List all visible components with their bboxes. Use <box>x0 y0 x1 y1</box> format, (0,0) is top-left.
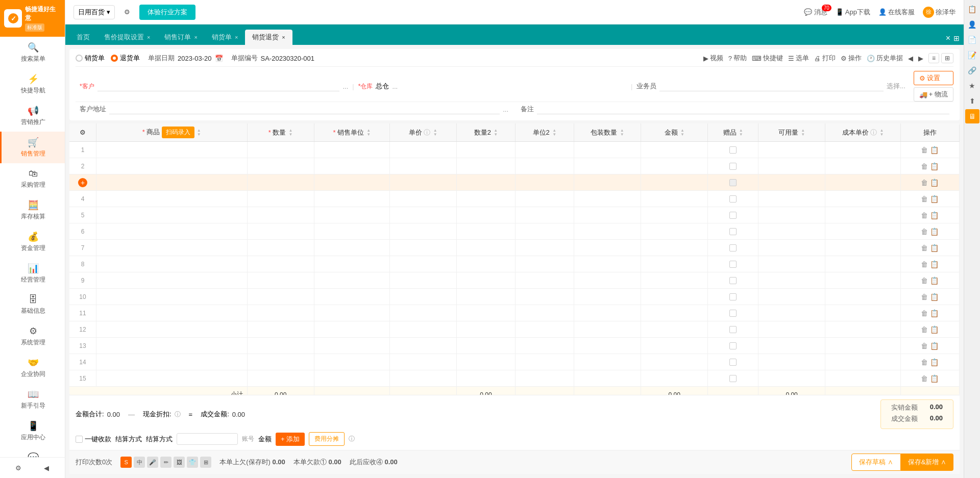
rp-icon-4[interactable]: 📝 <box>965 48 979 62</box>
rp-icon-6[interactable]: ★ <box>965 79 979 93</box>
gift-checkbox[interactable] <box>729 342 737 349</box>
nav-next-icon[interactable]: ▶ <box>918 55 923 62</box>
product-cell[interactable] <box>96 158 248 174</box>
delete-icon[interactable]: 🗑 <box>921 228 928 236</box>
footer-icon-zh[interactable]: 中 <box>134 457 145 468</box>
company-selector[interactable]: 日用百货 ▾ <box>74 5 115 19</box>
qty-cell[interactable] <box>247 142 314 158</box>
product-input-cell[interactable] <box>96 174 248 191</box>
copy-icon[interactable]: 📋 <box>930 342 939 350</box>
pkg-cell[interactable] <box>574 142 641 158</box>
cta-button[interactable]: 体验行业方案 <box>139 5 195 20</box>
rp-icon-3[interactable]: 📄 <box>965 33 979 47</box>
sidebar-item-system[interactable]: ⚙ 系统管理 <box>0 320 65 352</box>
delete-icon[interactable]: 🗑 <box>921 195 928 203</box>
gift-checkbox[interactable] <box>729 310 737 317</box>
avail-cell[interactable] <box>758 142 825 158</box>
shortcut-btn[interactable]: ⌨ 快捷键 <box>752 54 783 63</box>
sidebar-item-marketing[interactable]: 📢 营销推广 <box>0 100 65 132</box>
add-row-button[interactable]: + <box>78 178 87 187</box>
gift-checkbox[interactable] <box>729 212 737 219</box>
sidebar-item-basic[interactable]: 🗄 基础信息 <box>0 289 65 320</box>
delete-icon[interactable]: 🗑 <box>921 260 928 268</box>
one-click-cb[interactable] <box>76 436 83 443</box>
rp-icon-5[interactable]: 🔗 <box>965 63 979 78</box>
gift-checkbox[interactable] <box>729 375 737 382</box>
amount-cell[interactable] <box>641 174 708 191</box>
delete-icon[interactable]: 🗑 <box>921 276 928 285</box>
gift-checkbox[interactable] <box>729 277 737 284</box>
product-cell[interactable] <box>96 207 248 223</box>
delete-icon[interactable]: 🗑 <box>921 162 928 170</box>
delete-icon[interactable]: 🗑 <box>921 309 928 317</box>
tab-sale-return[interactable]: 销货退货 × <box>245 30 292 45</box>
delete-icon[interactable]: 🗑 <box>921 211 928 219</box>
product-input[interactable] <box>99 179 245 186</box>
gift-checkbox[interactable] <box>729 261 737 268</box>
copy-icon[interactable]: 📋 <box>930 293 939 301</box>
price-cell[interactable] <box>389 158 456 174</box>
delete-icon[interactable]: 🗑 <box>921 146 928 154</box>
gift-checkbox[interactable] <box>729 179 737 186</box>
tab-close-all-icon[interactable]: × <box>946 34 950 43</box>
avail-cell[interactable] <box>758 174 825 191</box>
amount-cell[interactable] <box>641 158 708 174</box>
unit2-cell[interactable] <box>515 142 574 158</box>
sidebar-item-search[interactable]: 🔍 搜索菜单 <box>0 37 65 68</box>
sidebar-item-apps[interactable]: 📱 应用中心 <box>0 415 65 447</box>
gift-cell[interactable] <box>708 158 758 174</box>
copy-icon[interactable]: 📋 <box>930 162 939 170</box>
price-cell[interactable] <box>389 174 456 191</box>
logistics-btn[interactable]: 🚚 + 物流 <box>914 87 953 102</box>
gift-checkbox[interactable] <box>729 195 737 203</box>
settings-bottom-icon[interactable]: ⚙ <box>12 462 24 474</box>
qty-cell[interactable] <box>247 174 314 191</box>
select-btn[interactable]: ☰ 选单 <box>788 54 809 63</box>
price-cell[interactable] <box>389 142 456 158</box>
tab-sale-price[interactable]: 售价提取设置 × <box>97 30 157 45</box>
online-service-button[interactable]: 👤 在线客服 <box>878 8 915 17</box>
address-dots[interactable]: ... <box>503 106 508 113</box>
copy-icon[interactable]: 📋 <box>930 325 939 334</box>
sidebar-item-finance[interactable]: 💰 资金管理 <box>0 226 65 258</box>
user-profile[interactable]: 徐 徐泽华 <box>923 7 955 18</box>
qty2-cell[interactable] <box>456 158 515 174</box>
add-button[interactable]: + 添加 <box>276 433 305 446</box>
radio-sale[interactable]: 销货单 <box>76 54 105 63</box>
gift-checkbox[interactable] <box>729 293 737 300</box>
table-scroll[interactable]: ⚙ * 商品 扫码录入 ▲▼ * 数量 ▲▼ <box>69 123 960 395</box>
staff-input[interactable] <box>659 81 883 91</box>
account-input[interactable] <box>177 433 238 445</box>
scan-button[interactable]: 扫码录入 <box>162 127 194 138</box>
video-btn[interactable]: ▶ 视频 <box>703 54 723 63</box>
cost-cell[interactable] <box>825 142 901 158</box>
gift-checkbox[interactable] <box>729 163 737 170</box>
sidebar-item-purchase[interactable]: 🛍 采购管理 <box>0 163 65 194</box>
footer-icon-mic[interactable]: 🎤 <box>147 457 158 468</box>
warehouse-dots[interactable]: ... <box>392 83 398 90</box>
delete-icon[interactable]: 🗑 <box>921 179 928 187</box>
view-list-btn[interactable]: ≡ <box>928 53 939 63</box>
view-grid-btn[interactable]: ⊞ <box>941 53 953 63</box>
gift-checkbox[interactable] <box>729 146 737 154</box>
copy-icon[interactable]: 📋 <box>930 276 939 285</box>
customer-dots[interactable]: ... <box>342 83 348 90</box>
topbar-gear-icon[interactable]: ⚙ <box>121 6 133 18</box>
sidebar-item-guide[interactable]: 📖 新手引导 <box>0 384 65 415</box>
help-btn[interactable]: ? 帮助 <box>728 54 747 63</box>
copy-icon[interactable]: 📋 <box>930 146 939 154</box>
tab-close-icon[interactable]: × <box>147 34 150 40</box>
copy-icon[interactable]: 📋 <box>930 179 939 187</box>
customer-input[interactable] <box>97 81 340 91</box>
gift-checkbox[interactable] <box>729 244 737 251</box>
delete-icon[interactable]: 🗑 <box>921 293 928 301</box>
pkg-cell[interactable] <box>574 174 641 191</box>
footer-icon-s[interactable]: S <box>120 457 132 468</box>
qty-cell[interactable] <box>247 158 314 174</box>
gift-cell[interactable] <box>708 174 758 191</box>
address-input[interactable] <box>109 104 500 114</box>
history-btn[interactable]: 🕐 历史单据 <box>867 54 903 63</box>
cost-cell[interactable] <box>825 158 901 174</box>
unit-cell[interactable] <box>314 158 389 174</box>
copy-icon[interactable]: 📋 <box>930 228 939 236</box>
